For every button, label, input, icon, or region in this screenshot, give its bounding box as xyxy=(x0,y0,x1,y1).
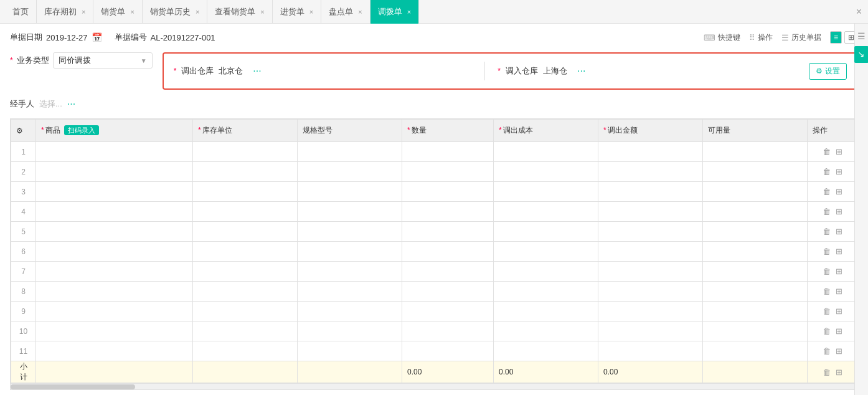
cell-product-9[interactable] xyxy=(36,302,193,321)
tab-close-view-sales[interactable]: × xyxy=(260,8,264,16)
cell-avail-11[interactable] xyxy=(703,341,808,361)
cell-unit-11[interactable] xyxy=(193,341,298,361)
settings-btn[interactable]: ⚙ 设置 xyxy=(809,63,847,80)
cell-spec-3[interactable] xyxy=(298,182,402,202)
cell-qty-8[interactable] xyxy=(402,282,494,302)
delete-icon-6[interactable]: 🗑 xyxy=(823,247,831,256)
person-more-btn[interactable]: ··· xyxy=(67,98,75,110)
warehouse-in-value[interactable]: 上海仓 xyxy=(543,65,567,77)
tab-home[interactable]: 首页 xyxy=(5,0,37,24)
cell-qty-5[interactable] xyxy=(402,222,494,242)
delete-icon-5[interactable]: 🗑 xyxy=(823,227,831,236)
copy-icon-8[interactable]: ⊞ xyxy=(836,287,842,296)
cell-qty-3[interactable] xyxy=(402,182,494,202)
cell-spec-9[interactable] xyxy=(298,302,402,321)
cell-amount-6[interactable] xyxy=(598,242,703,262)
cell-avail-10[interactable] xyxy=(703,321,808,341)
cell-spec-4[interactable] xyxy=(298,202,402,222)
tab-close-transfer[interactable]: × xyxy=(407,8,411,16)
cell-unit-4[interactable] xyxy=(193,202,298,222)
cell-amount-10[interactable] xyxy=(598,321,703,341)
cell-cost-2[interactable] xyxy=(494,162,598,182)
cell-cost-3[interactable] xyxy=(494,182,598,202)
cell-cost-10[interactable] xyxy=(494,321,598,341)
cell-product-1[interactable] xyxy=(36,142,193,162)
doc-value[interactable]: AL-20191227-001 xyxy=(151,33,215,42)
cell-amount-5[interactable] xyxy=(598,222,703,242)
cell-unit-8[interactable] xyxy=(193,282,298,302)
tab-close-inventory-init[interactable]: × xyxy=(82,8,85,16)
subtotal-copy-icon[interactable]: ⊞ xyxy=(836,368,842,377)
cell-unit-3[interactable] xyxy=(193,182,298,202)
warehouse-in-more-btn[interactable]: ··· xyxy=(577,65,585,77)
cell-avail-5[interactable] xyxy=(703,222,808,242)
tab-close-purchase[interactable]: × xyxy=(309,8,313,16)
delete-icon-9[interactable]: 🗑 xyxy=(823,307,831,316)
cell-amount-1[interactable] xyxy=(598,142,703,162)
tab-purchase[interactable]: 进货单 × xyxy=(273,0,321,24)
copy-icon-4[interactable]: ⊞ xyxy=(836,207,842,216)
cell-cost-5[interactable] xyxy=(494,222,598,242)
sidebar-expand-icon[interactable]: ↗ xyxy=(854,46,868,63)
cell-unit-7[interactable] xyxy=(193,262,298,282)
ops-action[interactable]: ⠿ 操作 xyxy=(749,32,773,43)
delete-icon-11[interactable]: 🗑 xyxy=(823,346,831,356)
horizontal-scrollbar[interactable] xyxy=(11,383,857,389)
cell-unit-9[interactable] xyxy=(193,302,298,321)
delete-icon-8[interactable]: 🗑 xyxy=(823,287,831,296)
cell-avail-6[interactable] xyxy=(703,242,808,262)
cell-product-4[interactable] xyxy=(36,202,193,222)
gear-icon[interactable]: ⚙ xyxy=(16,126,23,135)
calendar-icon[interactable]: 📅 xyxy=(92,32,102,42)
copy-icon-6[interactable]: ⊞ xyxy=(836,247,842,256)
cell-product-11[interactable] xyxy=(36,341,193,361)
cell-amount-8[interactable] xyxy=(598,282,703,302)
cell-spec-8[interactable] xyxy=(298,282,402,302)
cell-unit-10[interactable] xyxy=(193,321,298,341)
history-action[interactable]: ☰ 历史单据 xyxy=(781,32,821,43)
cell-unit-1[interactable] xyxy=(193,142,298,162)
cell-qty-1[interactable] xyxy=(402,142,494,162)
cell-qty-9[interactable] xyxy=(402,302,494,321)
delete-icon-7[interactable]: 🗑 xyxy=(823,267,831,276)
cell-qty-4[interactable] xyxy=(402,202,494,222)
cell-cost-1[interactable] xyxy=(494,142,598,162)
cell-unit-5[interactable] xyxy=(193,222,298,242)
date-value[interactable]: 2019-12-27 xyxy=(46,33,88,42)
warehouse-out-more-btn[interactable]: ··· xyxy=(253,65,261,77)
tab-close-stocktake[interactable]: × xyxy=(358,8,362,16)
sidebar-list-icon[interactable]: ☰ xyxy=(855,29,868,44)
tab-transfer[interactable]: 调拨单 × xyxy=(370,0,419,24)
delete-icon-1[interactable]: 🗑 xyxy=(823,147,831,156)
cell-product-7[interactable] xyxy=(36,262,193,282)
cell-spec-10[interactable] xyxy=(298,321,402,341)
cell-spec-11[interactable] xyxy=(298,341,402,361)
cell-qty-11[interactable] xyxy=(402,341,494,361)
tab-view-sales[interactable]: 查看销货单 × xyxy=(207,0,272,24)
cell-amount-9[interactable] xyxy=(598,302,703,321)
delete-icon-4[interactable]: 🗑 xyxy=(823,207,831,216)
cell-avail-2[interactable] xyxy=(703,162,808,182)
person-input[interactable]: 选择... xyxy=(39,98,62,110)
copy-icon-9[interactable]: ⊞ xyxy=(836,307,842,316)
subtotal-delete-icon[interactable]: 🗑 xyxy=(823,368,831,377)
scrollbar-thumb[interactable] xyxy=(11,384,135,389)
shortcuts-action[interactable]: ⌨ 快捷键 xyxy=(704,32,740,43)
copy-icon-10[interactable]: ⊞ xyxy=(836,326,842,336)
cell-qty-7[interactable] xyxy=(402,262,494,282)
warehouse-out-value[interactable]: 北京仓 xyxy=(219,65,243,77)
tab-stocktake[interactable]: 盘点单 × xyxy=(321,0,370,24)
cell-product-2[interactable] xyxy=(36,162,193,182)
cell-product-8[interactable] xyxy=(36,282,193,302)
cell-cost-7[interactable] xyxy=(494,262,598,282)
window-close-btn[interactable]: × xyxy=(856,6,862,17)
th-gear[interactable]: ⚙ xyxy=(11,120,36,142)
business-type-select[interactable]: 同价调拨 ▼ xyxy=(53,52,153,69)
copy-icon-1[interactable]: ⊞ xyxy=(836,147,842,156)
cell-amount-4[interactable] xyxy=(598,202,703,222)
copy-icon-3[interactable]: ⊞ xyxy=(836,187,842,196)
cell-avail-8[interactable] xyxy=(703,282,808,302)
tab-sales-history[interactable]: 销货单历史 × xyxy=(143,0,207,24)
tab-sales[interactable]: 销货单 × xyxy=(93,0,142,24)
cell-amount-2[interactable] xyxy=(598,162,703,182)
